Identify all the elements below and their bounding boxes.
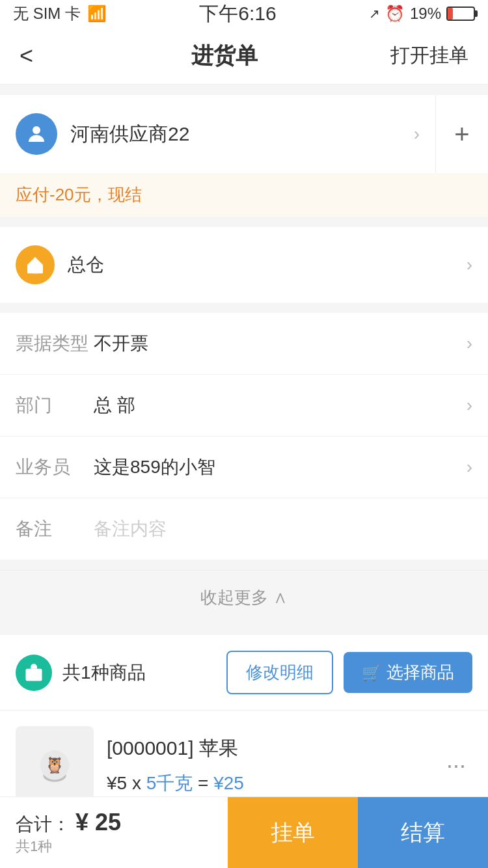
product-price: ¥5 x 5千克 = ¥25 [107, 771, 440, 796]
product-header: 共1种商品 修改明细 🛒 选择商品 [0, 635, 488, 711]
form-section: 票据类型 不开票 › 部门 总 部 › 业务员 这是859的小智 › 备注 备注… [0, 313, 488, 560]
status-time: 下午6:16 [199, 1, 276, 27]
edit-detail-button[interactable]: 修改明细 [226, 651, 333, 694]
bag-icon [24, 663, 44, 683]
person-icon [25, 122, 48, 146]
department-label: 部门 [16, 393, 94, 418]
wifi-icon: 📶 [87, 5, 107, 23]
supplier-selector[interactable]: 河南供应商22 › [0, 95, 436, 173]
alarm-icon: ⏰ [385, 5, 405, 23]
invoice-type-label: 票据类型 [16, 331, 94, 356]
add-supplier-button[interactable]: + [436, 95, 488, 173]
back-button[interactable]: < [20, 42, 59, 70]
total-amount: ¥ 25 [75, 809, 121, 836]
equals: = [198, 773, 213, 793]
invoice-chevron-icon: › [467, 333, 472, 354]
remark-value: 备注内容 [94, 517, 472, 541]
department-row[interactable]: 部门 总 部 › [0, 375, 488, 437]
settle-button[interactable]: 结算 [358, 797, 488, 868]
main-content: 河南供应商22 › + 应付-20元，现结 总仓 › 票据类型 不开票 › 部门 [0, 85, 488, 868]
home-icon [25, 254, 46, 275]
supplier-avatar [16, 113, 57, 155]
svg-rect-2 [26, 668, 42, 681]
page-title: 进货单 [191, 41, 258, 71]
department-chevron-icon: › [467, 395, 472, 416]
supplier-name: 河南供应商22 [70, 121, 407, 148]
department-value: 总 部 [94, 393, 467, 418]
hang-order-button[interactable]: 挂单 [228, 797, 358, 868]
product-info: [0000001] 苹果 ¥5 x 5千克 = ¥25 [107, 735, 440, 796]
quantity: 5千克 [146, 773, 193, 793]
product-name: [0000001] 苹果 [107, 735, 440, 762]
status-bar: 无 SIM 卡 📶 下午6:16 ↗ ⏰ 19% [0, 0, 488, 27]
nav-bar: < 进货单 打开挂单 [0, 27, 488, 85]
svg-rect-1 [33, 265, 38, 273]
status-left: 无 SIM 卡 📶 [13, 3, 107, 24]
footer-total: 合计： ¥ 25 共1种 [0, 797, 228, 868]
svg-text:🦉: 🦉 [45, 755, 64, 774]
salesman-value: 这是859的小智 [94, 455, 467, 480]
warehouse-icon [16, 245, 55, 284]
warehouse-row[interactable]: 总仓 › [0, 227, 488, 303]
salesman-row[interactable]: 业务员 这是859的小智 › [0, 437, 488, 498]
remark-row[interactable]: 备注 备注内容 [0, 498, 488, 560]
open-pending-button[interactable]: 打开挂单 [390, 42, 468, 69]
total-label: 合计： [16, 812, 70, 837]
product-title: 苹果 [199, 737, 238, 759]
collapse-button[interactable]: 收起更多 ∧ [0, 570, 488, 625]
product-id: [0000001] [107, 737, 199, 759]
footer-count: 共1种 [16, 837, 212, 856]
invoice-type-row[interactable]: 票据类型 不开票 › [0, 313, 488, 375]
status-right: ↗ ⏰ 19% [369, 5, 475, 23]
product-icon [16, 655, 52, 691]
supplier-section: 河南供应商22 › + [0, 95, 488, 173]
remark-label: 备注 [16, 517, 94, 541]
cart-icon: 🛒 [362, 664, 381, 682]
salesman-chevron-icon: › [467, 457, 472, 478]
warehouse-chevron-icon: › [467, 254, 472, 275]
battery-label: 19% [410, 5, 441, 23]
battery-icon [446, 7, 475, 21]
carrier-label: 无 SIM 卡 [13, 3, 81, 24]
invoice-type-value: 不开票 [94, 331, 467, 356]
product-image-placeholder: 🦉 [34, 744, 75, 786]
debt-notice: 应付-20元，现结 [0, 173, 488, 217]
warehouse-name: 总仓 [68, 252, 467, 277]
product-count: 共1种商品 [62, 660, 226, 685]
product-thumbnail: 🦉 [16, 726, 94, 804]
warehouse-section: 总仓 › [0, 227, 488, 303]
product-more-button[interactable]: ··· [440, 752, 472, 779]
select-product-button[interactable]: 🛒 选择商品 [344, 652, 472, 693]
total-price: ¥25 [213, 773, 244, 793]
footer: 合计： ¥ 25 共1种 挂单 结算 [0, 796, 488, 868]
salesman-label: 业务员 [16, 455, 94, 480]
svg-point-0 [33, 126, 40, 134]
location-icon: ↗ [369, 6, 380, 21]
supplier-chevron-icon: › [414, 124, 420, 144]
unit-price: ¥5 x [107, 773, 146, 793]
